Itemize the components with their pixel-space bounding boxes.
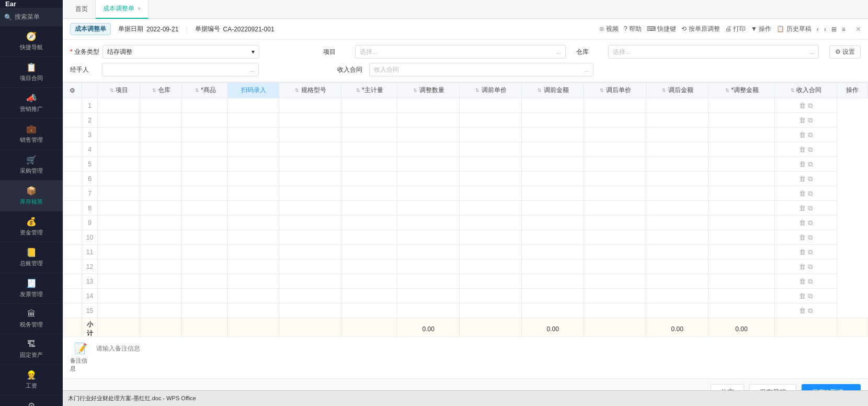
sidebar-item-quick-nav[interactable]: 🧭 快捷导航 [0,26,63,57]
table-cell[interactable] [460,98,522,113]
table-cell[interactable] [522,201,584,216]
table-cell[interactable] [709,230,774,245]
table-cell[interactable] [279,98,341,113]
table-cell[interactable] [98,172,140,186]
table-cell[interactable] [397,260,460,274]
table-cell[interactable] [397,201,460,216]
table-cell[interactable] [709,245,774,260]
table-cell[interactable] [460,274,522,289]
row-action-cell[interactable]: 🗑⧉ [774,274,837,289]
col-adj-qty[interactable]: ⇅ 调整数量 [397,83,460,98]
table-cell[interactable] [341,98,397,113]
table-cell[interactable] [228,157,279,172]
table-cell[interactable] [584,274,646,289]
table-cell[interactable] [709,303,774,318]
row-action-cell[interactable]: 🗑⧉ [774,216,837,230]
table-cell[interactable] [228,230,279,245]
table-cell[interactable] [460,303,522,318]
delete-icon[interactable]: 🗑 [799,219,806,227]
col-spec-type[interactable]: ⇅ 规格型号 [279,83,341,98]
row-action-cell[interactable]: 🗑⧉ [774,201,837,216]
delete-icon[interactable]: 🗑 [799,189,806,197]
table-cell[interactable] [646,303,709,318]
table-cell[interactable] [98,201,140,216]
table-cell[interactable] [279,289,341,303]
table-cell[interactable] [584,113,646,128]
delete-icon[interactable]: 🗑 [799,102,806,109]
table-cell[interactable] [646,245,709,260]
table-cell[interactable] [646,142,709,157]
table-cell[interactable] [341,245,397,260]
table-cell[interactable] [182,274,228,289]
table-cell[interactable] [341,216,397,230]
table-cell[interactable] [341,128,397,142]
table-cell[interactable] [709,113,774,128]
col-main-qty[interactable]: ⇅ *主计量 [341,83,397,98]
delete-icon[interactable]: 🗑 [799,204,806,212]
table-cell[interactable] [584,303,646,318]
table-cell[interactable] [341,230,397,245]
col-project[interactable]: ⇅ 项目 [98,83,140,98]
row-action-cell[interactable]: 🗑⧉ [774,303,837,318]
table-cell[interactable] [98,230,140,245]
action-grid-view[interactable]: ⊞ [831,26,837,33]
table-cell[interactable] [397,128,460,142]
table-cell[interactable] [460,128,522,142]
table-cell[interactable] [397,157,460,172]
table-cell[interactable] [460,216,522,230]
copy-icon[interactable]: ⧉ [808,102,813,110]
table-cell[interactable] [279,142,341,157]
table-cell[interactable] [397,216,460,230]
tab-cost-adjustment[interactable]: 成本调整单 × [96,0,149,19]
table-cell[interactable] [584,216,646,230]
table-cell[interactable] [397,274,460,289]
table-cell[interactable] [140,113,182,128]
table-cell[interactable] [182,230,228,245]
sidebar-item-operations[interactable]: ⚙ 经营管理 [0,396,63,406]
delete-icon[interactable]: 🗑 [799,145,806,153]
table-cell[interactable] [709,274,774,289]
table-cell[interactable] [279,230,341,245]
table-cell[interactable] [646,289,709,303]
copy-icon[interactable]: ⧉ [808,116,813,125]
table-cell[interactable] [522,245,584,260]
table-cell[interactable] [182,260,228,274]
table-cell[interactable] [397,289,460,303]
delete-icon[interactable]: 🗑 [799,160,806,168]
copy-icon[interactable]: ⧉ [808,145,813,154]
table-cell[interactable] [279,303,341,318]
table-cell[interactable] [98,274,140,289]
action-help[interactable]: ? 帮助 [624,25,642,33]
table-cell[interactable] [140,216,182,230]
col-post-adj-amount[interactable]: ⇅ 调后金额 [646,83,709,98]
table-cell[interactable] [522,113,584,128]
sidebar-item-tax-management[interactable]: 🏛 税务管理 [0,304,63,334]
table-cell[interactable] [646,157,709,172]
delete-icon[interactable]: 🗑 [799,233,806,241]
action-shortcut[interactable]: ⌨ 快捷键 [647,25,676,33]
sidebar-item-purchase-management[interactable]: 🛒 采购管理 [0,150,63,181]
copy-icon[interactable]: ⧉ [808,248,813,256]
table-cell[interactable] [646,274,709,289]
table-cell[interactable] [522,186,584,201]
table-cell[interactable] [709,157,774,172]
delete-icon[interactable]: 🗑 [799,263,806,270]
copy-icon[interactable]: ⧉ [808,307,813,315]
table-cell[interactable] [460,157,522,172]
table-cell[interactable] [279,186,341,201]
table-cell[interactable] [279,157,341,172]
table-cell[interactable] [228,216,279,230]
delete-icon[interactable]: 🗑 [799,131,806,139]
table-cell[interactable] [279,113,341,128]
table-cell[interactable] [709,128,774,142]
copy-icon[interactable]: ⧉ [808,277,813,286]
copy-icon[interactable]: ⧉ [808,233,813,242]
table-cell[interactable] [522,260,584,274]
table-cell[interactable] [584,98,646,113]
action-operate[interactable]: ▼ 操作 [751,25,771,33]
table-cell[interactable] [709,260,774,274]
table-cell[interactable] [646,216,709,230]
delete-icon[interactable]: 🗑 [799,175,806,183]
action-list-view[interactable]: ≡ [842,26,846,33]
table-cell[interactable] [279,260,341,274]
